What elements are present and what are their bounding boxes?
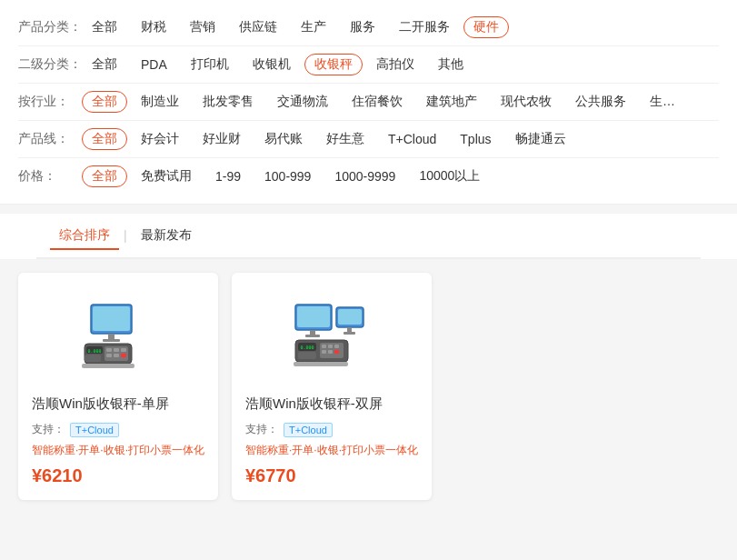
subcategory-label: 二级分类： [18, 56, 82, 73]
sort-latest[interactable]: 最新发布 [132, 223, 201, 248]
product-card-1[interactable]: 0.000 浩顺Win版收银秤-单屏 支持： T+Cloud 智能称重·开单·收… [18, 273, 218, 500]
sort-comprehensive[interactable]: 综合排序 [50, 223, 119, 250]
product-name-1: 浩顺Win版收银秤-单屏 [32, 395, 204, 413]
price-10000plus[interactable]: 10000以上 [409, 165, 490, 187]
pl-全部[interactable]: 全部 [82, 128, 127, 150]
svg-rect-31 [334, 350, 339, 354]
sort-divider: | [119, 228, 132, 243]
industry-label: 按行业： [18, 94, 82, 110]
ind-公共服务[interactable]: 公共服务 [565, 91, 636, 113]
sub-全部[interactable]: 全部 [82, 54, 127, 75]
svg-rect-28 [334, 345, 339, 348]
product-price-1: ¥6210 [32, 465, 204, 486]
svg-rect-30 [328, 350, 333, 354]
sub-收银机[interactable]: 收银机 [243, 54, 301, 75]
svg-rect-26 [322, 345, 326, 348]
svg-text:0.000: 0.000 [87, 348, 101, 354]
svg-rect-6 [106, 348, 112, 352]
subcategory-filter-row: 二级分类： 全部 PDA 打印机 收银机 收银秤 高拍仪 其他 [18, 46, 719, 84]
productline-items: 全部 好会计 好业财 易代账 好生意 T+Cloud Tplus 畅捷通云 [82, 128, 576, 150]
price-全部[interactable]: 全部 [82, 165, 127, 187]
product-support-label-2: 支持： [245, 422, 278, 437]
sort-bar: 综合排序 | 最新发布 [36, 214, 701, 259]
svg-rect-17 [297, 306, 330, 327]
sub-PDA[interactable]: PDA [131, 55, 177, 75]
ind-交通物流[interactable]: 交通物流 [267, 91, 338, 113]
ind-more[interactable]: 生… [640, 91, 685, 113]
cat-全部[interactable]: 全部 [82, 16, 127, 38]
svg-rect-7 [114, 348, 119, 352]
price-1-99[interactable]: 1-99 [205, 166, 251, 186]
price-100-999[interactable]: 100-999 [254, 166, 321, 186]
subcategory-items: 全部 PDA 打印机 收银机 收银秤 高拍仪 其他 [82, 54, 473, 75]
ind-制造业[interactable]: 制造业 [131, 91, 189, 113]
svg-rect-29 [322, 350, 326, 354]
cat-硬件[interactable]: 硬件 [463, 16, 509, 38]
product-name-2: 浩顺Win版收银秤-双屏 [245, 395, 418, 413]
industry-filter-row: 按行业： 全部 制造业 批发零售 交通物流 住宿餐饮 建筑地产 现代农牧 公共服… [18, 84, 719, 121]
cat-生产[interactable]: 生产 [291, 16, 336, 38]
svg-rect-35 [298, 352, 316, 359]
cat-财税[interactable]: 财税 [131, 16, 176, 38]
svg-rect-34 [294, 362, 348, 366]
pl-好会计[interactable]: 好会计 [131, 128, 189, 150]
pos-image-icon-1: 0.000 [77, 300, 159, 373]
ind-全部[interactable]: 全部 [82, 91, 127, 113]
industry-items: 全部 制造业 批发零售 交通物流 住宿餐饮 建筑地产 现代农牧 公共服务 生… [82, 91, 685, 113]
pl-畅捷通云[interactable]: 畅捷通云 [505, 128, 576, 150]
svg-rect-10 [114, 354, 119, 357]
cat-供应链[interactable]: 供应链 [229, 16, 287, 38]
category-items: 全部 财税 营销 供应链 生产 服务 二开服务 硬件 [82, 16, 509, 38]
ind-批发零售[interactable]: 批发零售 [193, 91, 264, 113]
svg-rect-3 [103, 339, 120, 342]
svg-rect-18 [310, 330, 315, 335]
ind-现代农牧[interactable]: 现代农牧 [491, 91, 562, 113]
pl-TCloud[interactable]: T+Cloud [378, 129, 446, 149]
sub-收银秤[interactable]: 收银秤 [304, 54, 363, 75]
productline-filter-row: 产品线： 全部 好会计 好业财 易代账 好生意 T+Cloud Tplus 畅捷… [18, 121, 719, 158]
filter-section: 产品分类： 全部 财税 营销 供应链 生产 服务 二开服务 硬件 二级分类： 全… [0, 0, 737, 205]
svg-rect-27 [328, 345, 333, 348]
price-免费试用[interactable]: 免费试用 [131, 165, 202, 187]
price-filter-row: 价格： 全部 免费试用 1-99 100-999 1000-9999 10000… [18, 158, 719, 195]
product-support-2: 支持： T+Cloud [245, 422, 418, 437]
svg-rect-11 [121, 354, 126, 357]
cat-服务[interactable]: 服务 [340, 16, 385, 38]
product-support-1: 支持： T+Cloud [32, 422, 204, 437]
category-filter-row: 产品分类： 全部 财税 营销 供应链 生产 服务 二开服务 硬件 [18, 9, 719, 46]
ind-建筑地产[interactable]: 建筑地产 [416, 91, 487, 113]
product-support-badge-2: T+Cloud [284, 423, 333, 437]
productline-label: 产品线： [18, 131, 82, 147]
product-image-2: 0.000 [245, 291, 418, 382]
svg-rect-9 [106, 354, 112, 357]
pl-Tplus[interactable]: Tplus [450, 129, 501, 149]
svg-rect-1 [93, 306, 130, 331]
product-price-2: ¥6770 [245, 465, 418, 486]
cat-营销[interactable]: 营销 [180, 16, 225, 38]
sort-bar-container: 综合排序 | 最新发布 [0, 214, 737, 259]
svg-text:0.000: 0.000 [300, 345, 314, 350]
product-image-1: 0.000 [32, 291, 204, 382]
product-card-2[interactable]: 0.000 浩顺Win版收银秤-双屏 支持： T+Cloud 智能称重·开单·收… [232, 273, 432, 500]
svg-rect-21 [338, 309, 362, 325]
svg-rect-14 [82, 364, 134, 368]
price-items: 全部 免费试用 1-99 100-999 1000-9999 10000以上 [82, 165, 490, 187]
pl-好生意[interactable]: 好生意 [316, 128, 374, 150]
svg-rect-23 [344, 332, 355, 335]
product-support-badge-1: T+Cloud [70, 423, 119, 437]
ind-住宿餐饮[interactable]: 住宿餐饮 [342, 91, 413, 113]
svg-rect-22 [347, 327, 352, 332]
pl-易代账[interactable]: 易代账 [254, 128, 313, 150]
product-support-label-1: 支持： [32, 422, 65, 437]
sub-其他[interactable]: 其他 [428, 54, 473, 75]
product-grid: 0.000 浩顺Win版收银秤-单屏 支持： T+Cloud 智能称重·开单·收… [0, 259, 737, 514]
product-desc-2: 智能称重·开单·收银·打印小票一体化 [245, 443, 418, 458]
cat-二开服务[interactable]: 二开服务 [389, 16, 460, 38]
price-label: 价格： [18, 168, 82, 185]
price-1000-9999[interactable]: 1000-9999 [324, 166, 405, 186]
sub-打印机[interactable]: 打印机 [181, 54, 239, 75]
svg-rect-2 [108, 334, 115, 339]
svg-rect-8 [121, 348, 126, 352]
sub-高拍仪[interactable]: 高拍仪 [366, 54, 424, 75]
pl-好业财[interactable]: 好业财 [193, 128, 251, 150]
